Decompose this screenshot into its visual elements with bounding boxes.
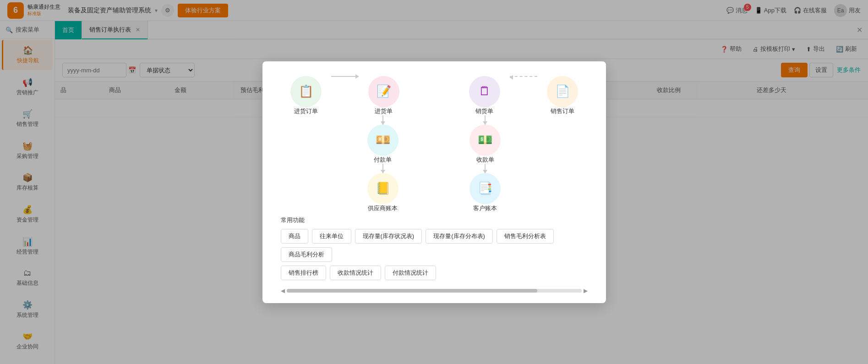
supplier-account-icon: 📒 [367, 173, 399, 204]
sales-order-icon: 📄 [547, 76, 578, 107]
func-btn-stock-status[interactable]: 现存量(库存状况表) [355, 229, 422, 244]
modal-content: 📋 进货订单 📝 进货单 🗒 [262, 61, 606, 303]
payment-icon: 💴 [367, 125, 399, 156]
flow-section: 📋 进货订单 📝 进货单 🗒 [281, 76, 588, 212]
common-functions-title: 常用功能 [281, 216, 588, 224]
common-functions-section: 常用功能 商品 往来单位 现存量(库存状况表) 现存量(库存分布表) 销售毛利分… [281, 212, 588, 280]
sales-bill-icon: 🗒 [469, 76, 500, 107]
purchase-bill-label: 进货单 [375, 107, 393, 115]
flow-node-purchase-bill[interactable]: 📝 进货单 [359, 76, 409, 115]
quick-nav-modal: 📋 进货订单 📝 进货单 🗒 [262, 61, 606, 303]
arrow-purchase-order-to-bill [331, 76, 359, 87]
func-btn-partners[interactable]: 往来单位 [312, 229, 351, 244]
customer-account-label: 客户账本 [473, 204, 497, 212]
func-btn-sales-margin[interactable]: 销售毛利分析表 [497, 229, 554, 244]
purchase-order-label: 进货订单 [294, 107, 318, 115]
receipt-label: 收款单 [476, 156, 494, 164]
scroll-thumb[interactable] [287, 289, 537, 293]
customer-account-icon: 📑 [469, 173, 501, 204]
flow-node-supplier-account[interactable]: 📒 供应商账本 [357, 173, 409, 212]
flow-node-sales-order[interactable]: 📄 销售订单 [537, 76, 588, 115]
func-buttons-row-2: 销售排行榜 收款情况统计 付款情况统计 [281, 266, 588, 280]
arrow-row-down-1 [281, 115, 588, 125]
flow-node-payment[interactable]: 💴 付款单 [357, 125, 409, 164]
scroll-track[interactable] [287, 289, 582, 293]
flow-row-3: 📒 供应商账本 📑 客户账本 [281, 173, 588, 212]
flow-node-purchase-order[interactable]: 📋 进货订单 [281, 76, 331, 115]
func-btn-goods-margin[interactable]: 商品毛利分析 [281, 247, 332, 262]
scroll-right-arrow[interactable]: ▶ [584, 288, 588, 294]
flow-row-2: 💴 付款单 💵 收款单 [281, 125, 588, 164]
flow-node-receipt[interactable]: 💵 收款单 [459, 125, 511, 164]
modal-scrollbar-area: ◀ ▶ [281, 288, 588, 294]
func-btn-sales-rank[interactable]: 销售排行榜 [281, 266, 326, 280]
sales-bill-label: 销货单 [475, 107, 493, 115]
func-btn-payment-stats[interactable]: 付款情况统计 [385, 266, 436, 280]
flow-node-customer-account[interactable]: 📑 客户账本 [459, 173, 511, 212]
flow-node-sales-bill[interactable]: 🗒 销货单 [459, 76, 510, 115]
sales-order-label: 销售订单 [551, 107, 574, 115]
arrow-row-down-2 [281, 164, 588, 173]
func-btn-collection-stats[interactable]: 收款情况统计 [330, 266, 381, 280]
purchase-bill-icon: 📝 [368, 76, 399, 107]
scroll-left-arrow[interactable]: ◀ [281, 288, 285, 294]
payment-label: 付款单 [374, 156, 392, 164]
func-btn-goods[interactable]: 商品 [281, 229, 308, 244]
receipt-icon: 💵 [469, 125, 501, 156]
func-buttons-row-1: 商品 往来单位 现存量(库存状况表) 现存量(库存分布表) 销售毛利分析表 商品… [281, 229, 588, 262]
flow-row-1: 📋 进货订单 📝 进货单 🗒 [281, 76, 588, 115]
purchase-order-icon: 📋 [290, 76, 322, 107]
arrow-sales-order-to-bill [510, 76, 537, 87]
supplier-account-label: 供应商账本 [368, 204, 398, 212]
func-btn-stock-dist[interactable]: 现存量(库存分布表) [426, 229, 493, 244]
